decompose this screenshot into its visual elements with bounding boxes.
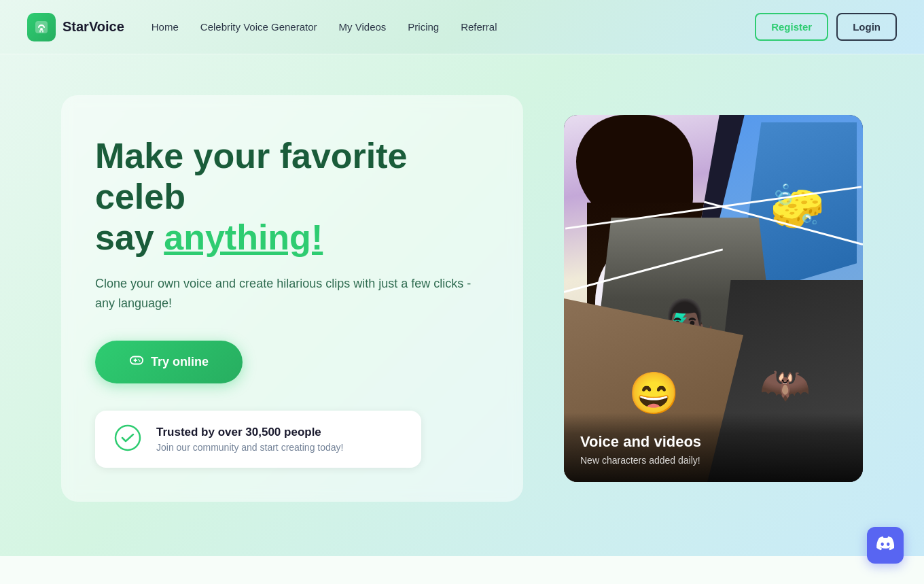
- nav-links: Home Celebrity Voice Generator My Videos…: [152, 21, 497, 33]
- logo-icon: [27, 13, 56, 41]
- caption-subtitle: New characters added daily!: [580, 455, 847, 466]
- visual-caption: Voice and videos New characters added da…: [564, 413, 863, 482]
- nav-my-videos[interactable]: My Videos: [339, 21, 387, 33]
- hero-headline-part1: Make your favorite celeb: [95, 136, 408, 216]
- register-button[interactable]: Register: [755, 13, 828, 41]
- nav-left: StarVoice Home Celebrity Voice Generator…: [27, 13, 497, 41]
- navigation: StarVoice Home Celebrity Voice Generator…: [0, 0, 924, 54]
- svg-rect-0: [35, 21, 48, 33]
- logo[interactable]: StarVoice: [27, 13, 124, 41]
- logo-text: StarVoice: [63, 19, 124, 35]
- svg-point-3: [138, 359, 139, 360]
- discord-icon: [876, 534, 895, 557]
- trust-title: Trusted by over 30,500 people: [156, 426, 343, 439]
- nav-home[interactable]: Home: [152, 21, 179, 33]
- trust-content: Trusted by over 30,500 people Join our c…: [156, 426, 343, 453]
- hero-card: Make your favorite celeb say anything! C…: [61, 95, 523, 502]
- hero-headline-part2: say: [95, 218, 164, 257]
- nav-celebrity-voice[interactable]: Celebrity Voice Generator: [200, 21, 317, 33]
- nav-right: Register Login: [755, 13, 897, 41]
- hero-visual: 🦀 🌟 🧽 👨🏿‍🎤 🦇 😄: [564, 115, 863, 482]
- try-online-label: Try online: [151, 355, 209, 369]
- svg-point-5: [116, 426, 140, 450]
- votw-section: Voice of the Week: [0, 556, 924, 584]
- checkmark-icon: [114, 424, 144, 454]
- login-button[interactable]: Login: [836, 13, 897, 41]
- trust-box: Trusted by over 30,500 people Join our c…: [95, 411, 421, 468]
- nav-pricing[interactable]: Pricing: [408, 21, 439, 33]
- controller-icon: [129, 353, 144, 371]
- svg-point-1: [40, 28, 43, 31]
- discord-button[interactable]: [867, 527, 904, 564]
- nav-referral[interactable]: Referral: [461, 21, 497, 33]
- caption-title: Voice and videos: [580, 433, 847, 451]
- hero-subtext: Clone your own voice and create hilariou…: [95, 274, 489, 313]
- hero-headline-highlight: anything!: [164, 218, 323, 257]
- try-online-button[interactable]: Try online: [95, 341, 243, 383]
- trust-subtitle: Join our community and start creating to…: [156, 442, 343, 453]
- hero-headline: Make your favorite celeb say anything!: [95, 136, 489, 258]
- hero-section: Make your favorite celeb say anything! C…: [0, 54, 924, 556]
- svg-point-4: [139, 360, 141, 362]
